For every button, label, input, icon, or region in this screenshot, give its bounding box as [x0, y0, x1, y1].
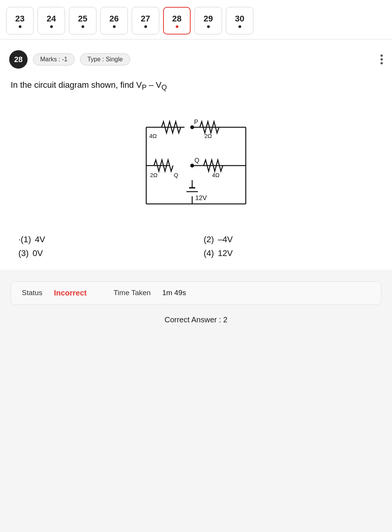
nav-number: 24 — [47, 14, 56, 24]
nav-dot — [144, 25, 147, 28]
nav-number: 30 — [235, 14, 244, 24]
time-taken-value: 1m 49s — [162, 289, 186, 297]
nav-number: 26 — [109, 14, 119, 24]
nav-number: 29 — [204, 14, 213, 24]
type-badge: Type : Single — [80, 53, 130, 66]
option-2-number: (2) — [204, 235, 214, 245]
marks-badge: Marks : -1 — [33, 53, 75, 66]
nav-number: 23 — [15, 14, 24, 24]
nav-item-25[interactable]: 25 — [69, 7, 96, 34]
option-1-value: 4V — [35, 235, 45, 245]
question-number-badge: 28 — [9, 50, 28, 69]
nav-dot — [238, 25, 241, 28]
option-4-value: 12V — [218, 248, 233, 258]
nav-dot — [176, 25, 178, 28]
option-4: (4) 12V — [204, 248, 374, 258]
time-taken-label: Time Taken — [113, 289, 150, 297]
correct-answer: Correct Answer : 2 — [0, 309, 392, 336]
option-3-value: 0V — [33, 248, 43, 258]
option-2: (2) –4V — [204, 235, 374, 245]
nav-item-24[interactable]: 24 — [38, 7, 65, 34]
nav-item-26[interactable]: 26 — [100, 7, 128, 34]
svg-text:P: P — [194, 119, 198, 125]
svg-text:2Ω: 2Ω — [204, 133, 212, 139]
nav-dot — [50, 25, 53, 28]
more-dot-2 — [381, 58, 383, 61]
option-1-number: ·(1) — [18, 235, 31, 245]
option-3: (3) 0V — [18, 248, 188, 258]
nav-dot — [207, 25, 210, 28]
nav-item-23[interactable]: 23 — [6, 7, 34, 34]
question-nav: 23 24 25 26 27 28 29 30 — [0, 0, 392, 39]
nav-item-30[interactable]: 30 — [226, 7, 253, 34]
option-2-value: –4V — [218, 235, 233, 245]
svg-text:12V: 12V — [195, 194, 207, 202]
question-header: 28 Marks : -1 Type : Single — [0, 39, 392, 75]
nav-item-28[interactable]: 28 — [163, 7, 191, 34]
svg-text:2Ω: 2Ω — [150, 172, 158, 178]
svg-text:4Ω: 4Ω — [149, 133, 157, 139]
nav-number: 25 — [78, 14, 87, 24]
option-4-number: (4) — [204, 248, 214, 258]
circuit-svg: P Q — [116, 97, 276, 223]
nav-item-27[interactable]: 27 — [132, 7, 159, 34]
nav-dot — [113, 25, 116, 28]
more-dot-3 — [381, 62, 383, 64]
svg-text:Q: Q — [174, 172, 178, 178]
nav-dot — [19, 25, 21, 28]
svg-text:Q: Q — [194, 157, 199, 164]
circuit-diagram: P Q — [11, 97, 381, 223]
question-body: In the circuit diagram shown, find VP – … — [0, 75, 392, 270]
nav-number: 28 — [172, 14, 181, 24]
option-3-number: (3) — [18, 248, 29, 258]
options-grid: ·(1) 4V (2) –4V (3) 0V (4) 12V — [11, 231, 381, 262]
option-1: ·(1) 4V — [18, 235, 188, 245]
question-text: In the circuit diagram shown, find VP – … — [11, 79, 381, 93]
nav-item-29[interactable]: 29 — [194, 7, 222, 34]
status-label: Status — [22, 289, 42, 297]
nav-dot — [82, 25, 84, 28]
status-bar: Status Incorrect Time Taken 1m 49s — [11, 281, 381, 305]
svg-text:4Ω: 4Ω — [212, 172, 220, 178]
status-value: Incorrect — [54, 289, 87, 297]
more-dot-1 — [381, 54, 383, 57]
nav-number: 27 — [141, 14, 150, 24]
more-options-button[interactable] — [381, 54, 383, 64]
